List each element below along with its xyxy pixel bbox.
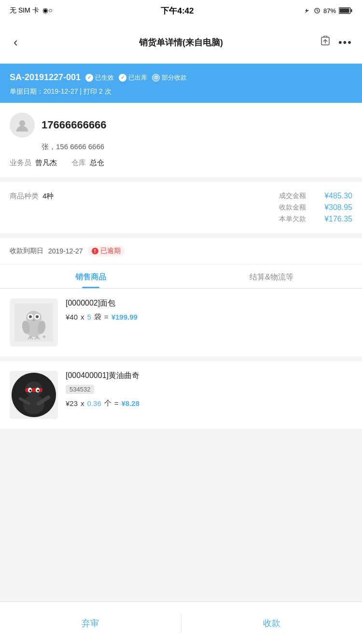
back-button[interactable]: ‹ <box>10 31 22 54</box>
battery-percent: 87% <box>323 7 336 14</box>
nav-actions: ••• <box>320 36 352 49</box>
check-icon-activated: ✓ <box>85 74 93 82</box>
tabs: 销售商品 结算&物流等 <box>0 265 362 289</box>
status-bar: 无 SIM 卡 ◉○ 下午4:42 87% <box>0 0 362 21</box>
overdue-text: 已逾期 <box>100 247 121 255</box>
share-button[interactable] <box>320 36 331 49</box>
badge-activated: ✓ 已生效 <box>85 73 114 82</box>
svg-rect-5 <box>340 9 349 13</box>
status-badges: ✓ 已生效 ✓ 已出库 ⏱ 部分收款 <box>85 73 187 82</box>
check-icon-shipped: ✓ <box>119 74 126 82</box>
svg-point-15 <box>29 315 32 318</box>
product-details-2: [000400001]黄油曲奇 534532 ¥23 x 0.36 个 = ¥8… <box>66 371 352 408</box>
payment-due-label: 收款到期日 <box>10 247 43 255</box>
product-name-2: [000400001]黄油曲奇 <box>66 371 352 381</box>
product-price-1: ¥40 x 5 袋 = ¥199.99 <box>66 312 352 322</box>
svg-point-16 <box>36 315 39 318</box>
avatar <box>10 112 35 138</box>
warehouse-info: 仓库 总仓 <box>71 158 104 168</box>
list-item: [000400001]黄油曲奇 534532 ¥23 x 0.36 个 = ¥8… <box>0 361 362 429</box>
product-image-2 <box>10 371 58 419</box>
order-header: SA-20191227-001 ✓ 已生效 ✓ 已出库 ⏱ 部分收款 单据日期：… <box>0 64 362 103</box>
svg-text:+: + <box>42 334 46 340</box>
badge-shipped: ✓ 已出库 <box>119 73 147 82</box>
owed-amount-row: 本单欠款 ¥176.35 <box>279 215 352 224</box>
overdue-badge: ! 已逾期 <box>88 246 125 256</box>
confirm-button[interactable]: 收款 <box>181 602 362 644</box>
badge-partial-payment: ⏱ 部分收款 <box>152 73 187 82</box>
page-title: 销货单详情(来自电脑) <box>139 37 223 48</box>
cancel-button[interactable]: 弃审 <box>0 602 181 644</box>
svg-line-3 <box>317 11 318 12</box>
payment-due-date: 2019-12-27 <box>48 247 83 255</box>
payment-due: 收款到期日 2019-12-27 ! 已逾期 <box>0 238 362 265</box>
summary-amounts: 成交金额 ¥485.30 收款金额 ¥308.95 本单欠款 ¥176.35 <box>279 192 352 224</box>
product-details-1: [0000002]面包 ¥40 x 5 袋 = ¥199.99 <box>66 298 352 322</box>
svg-marker-0 <box>305 9 309 14</box>
clock-icon: ⏱ <box>152 74 160 82</box>
summary-categories: 商品种类 4种 <box>10 192 54 201</box>
status-network: 无 SIM 卡 ◉○ <box>10 6 53 15</box>
product-sku-2: 534532 <box>66 385 94 394</box>
alarm-icon <box>314 7 320 14</box>
svg-rect-30 <box>25 388 42 392</box>
product-name-1: [0000002]面包 <box>66 298 352 308</box>
customer-contact: 张，156 6666 6666 <box>10 142 352 152</box>
bottom-bar: 弃审 收款 <box>0 602 362 644</box>
svg-point-35 <box>23 395 44 414</box>
product-list: + [0000002]面包 ¥40 x 5 袋 = ¥199.99 <box>0 289 362 482</box>
customer-id: 17666666666 <box>42 119 107 131</box>
product-thumbnail-2 <box>10 371 58 419</box>
status-time: 下午4:42 <box>161 5 194 16</box>
location-icon <box>302 8 311 14</box>
product-price-2: ¥23 x 0.36 个 = ¥8.28 <box>66 399 352 408</box>
list-item: + [0000002]面包 ¥40 x 5 袋 = ¥199.99 <box>0 289 362 356</box>
svg-point-33 <box>29 390 31 392</box>
deal-amount-row: 成交金额 ¥485.30 <box>279 192 352 200</box>
battery-icon <box>339 7 352 14</box>
customer-top: 17666666666 <box>10 112 352 138</box>
product-image-placeholder-1: + <box>14 303 53 342</box>
status-battery: 87% <box>302 7 352 14</box>
order-id: SA-20191227-001 <box>10 72 81 83</box>
tab-settlement[interactable]: 结算&物流等 <box>181 265 362 288</box>
overdue-icon: ! <box>92 248 98 254</box>
svg-point-9 <box>19 120 25 126</box>
svg-point-34 <box>37 390 39 392</box>
nav-bar: ‹ 销货单详情(来自电脑) ••• <box>0 21 362 64</box>
salesperson-info: 业务员 曾凡杰 <box>10 158 57 168</box>
tab-sales-products[interactable]: 销售商品 <box>0 265 181 288</box>
summary-card: 商品种类 4种 成交金额 ¥485.30 收款金额 ¥308.95 本单欠款 ¥… <box>0 182 362 233</box>
svg-rect-6 <box>351 9 352 12</box>
receipt-amount-row: 收款金额 ¥308.95 <box>279 203 352 212</box>
customer-card: 17666666666 张，156 6666 6666 业务员 曾凡杰 仓库 总… <box>0 103 362 177</box>
more-button[interactable]: ••• <box>338 36 352 49</box>
product-thumbnail-1: + <box>10 298 58 347</box>
order-meta: 单据日期：2019-12-27 | 打印 2 次 <box>10 87 352 96</box>
customer-meta: 业务员 曾凡杰 仓库 总仓 <box>10 158 352 168</box>
